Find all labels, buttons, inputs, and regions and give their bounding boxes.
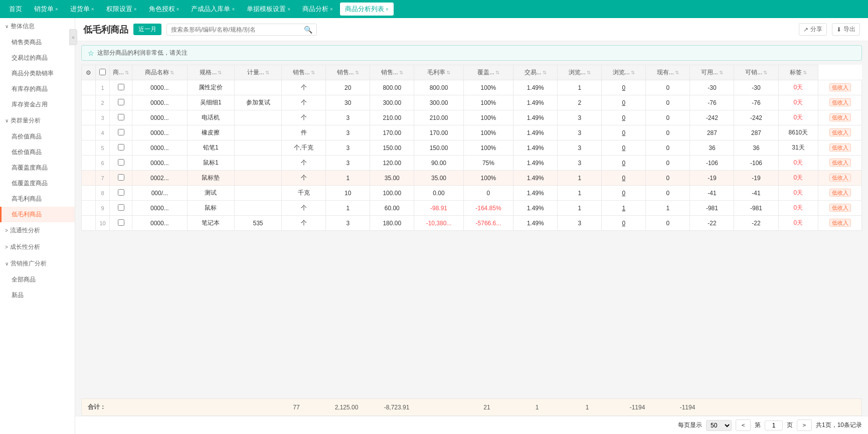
row-browse1[interactable]: 0 [602,125,646,140]
trade-col-header[interactable]: 交易...⇅ [513,65,558,80]
nav-item-首页[interactable]: 首页 [4,3,27,16]
browse1-link[interactable]: 0 [622,190,625,197]
row-checkbox[interactable] [110,156,132,171]
sidebar-item-商品分类助销率[interactable]: 商品分类助销率 [0,66,75,81]
row-settings[interactable] [82,95,96,110]
sidebar-item-库存资金占用[interactable]: 库存资金占用 [0,97,75,112]
browse1-link[interactable]: 0 [622,129,625,136]
per-page-select[interactable]: 50 20 100 [706,420,732,431]
row-browse1[interactable]: 0 [602,80,646,95]
row-settings[interactable] [82,80,96,95]
row-checkbox[interactable] [110,171,132,186]
sidebar-group-类群量分析[interactable]: ∨类群量分析 [0,112,75,129]
nav-item-商品分析列表[interactable]: 商品分析列表× [340,3,394,16]
browse1-link[interactable]: 0 [622,220,625,227]
next-page-button[interactable]: ＞ [797,419,812,431]
row-browse1[interactable]: 0 [602,140,646,156]
search-input[interactable] [171,26,304,33]
row-browse1[interactable]: 0 [602,216,646,231]
unit-col-header[interactable]: 计量...⇅ [234,65,281,80]
browse1-link[interactable]: 1 [622,205,625,212]
row-checkbox[interactable] [110,110,132,125]
sidebar-item-低价值商品[interactable]: 低价值商品 [0,144,75,160]
browse1-link[interactable]: 0 [622,160,625,167]
row-settings[interactable] [82,201,96,216]
browse1-col-header[interactable]: 浏览...⇅ [558,65,602,80]
sidebar-item-有库存的商品[interactable]: 有库存的商品 [0,81,75,97]
row-checkbox[interactable] [110,140,132,156]
sidebar-group-营销推广分析[interactable]: ∨营销推广分析 [0,255,75,272]
row-browse1[interactable]: 0 [602,186,646,201]
sale-price-col-header[interactable]: 销售...⇅ [326,65,370,80]
sidebar-item-新品[interactable]: 新品 [0,287,75,303]
nav-item-权限设置[interactable]: 权限设置× [101,3,142,16]
available-stock-col-header[interactable]: 可用...⇅ [690,65,734,80]
row-settings[interactable] [82,156,96,171]
row-settings[interactable] [82,216,96,231]
row-browse1[interactable]: 0 [602,156,646,171]
browse1-link[interactable]: 0 [622,175,625,182]
nav-item-角色授权[interactable]: 角色授权× [144,3,185,16]
prev-page-button[interactable]: ＜ [736,419,751,431]
sidebar-group-整体信息[interactable]: ∨整体信息 [0,18,75,35]
nav-close-icon[interactable]: × [91,7,94,12]
sidebar-collapse-button[interactable]: « [69,29,77,45]
row-checkbox[interactable] [110,216,132,231]
row-settings[interactable] [82,171,96,186]
row-browse1[interactable]: 0 [602,95,646,110]
nav-item-销货单[interactable]: 销货单× [29,3,63,16]
sidebar-group-成长性分析[interactable]: >成长性分析 [0,239,75,255]
row-browse1[interactable]: 0 [602,110,646,125]
nav-close-icon[interactable]: × [232,7,235,12]
spec-col-header[interactable]: 规格...⇅ [187,65,234,80]
nav-close-icon[interactable]: × [177,7,180,12]
current-stock-col-header[interactable]: 现有...⇅ [646,65,690,80]
row-settings[interactable] [82,110,96,125]
row-checkbox[interactable] [110,125,132,140]
sale-qty-col-header[interactable]: 销售...⇅ [282,65,326,80]
nav-close-icon[interactable]: × [287,7,290,12]
checkbox-col-header[interactable] [96,65,110,80]
table-container[interactable]: ⚙ 商...⇅ 商品名称⇅ 规格...⇅ 计量...⇅ 销售...⇅ 销售...… [81,65,862,398]
tag-col-header[interactable]: 标签⇅ [778,65,818,80]
browse2-col-header[interactable]: 浏览...⇅ [602,65,646,80]
page-number-input[interactable] [765,420,783,430]
nav-close-icon[interactable]: × [55,7,58,12]
saleable-days-col-header[interactable]: 可销...⇅ [734,65,778,80]
nav-close-icon[interactable]: × [330,7,333,12]
sidebar-item-高毛利商品[interactable]: 高毛利商品 [0,191,75,207]
export-button[interactable]: ⬇ 导出 [832,23,860,36]
sidebar-item-交易过的商品[interactable]: 交易过的商品 [0,50,75,66]
browse1-link[interactable]: 0 [622,84,625,91]
nav-close-icon[interactable]: × [386,7,389,12]
sidebar-item-低覆盖度商品[interactable]: 低覆盖度商品 [0,176,75,191]
sidebar-group-流通性分析[interactable]: >流通性分析 [0,222,75,239]
row-checkbox[interactable] [110,95,132,110]
nav-item-产成品入库单[interactable]: 产成品入库单× [186,3,240,16]
row-settings[interactable] [82,140,96,156]
nav-item-商品分析[interactable]: 商品分析× [297,3,338,16]
select-all-checkbox[interactable] [99,69,106,75]
nav-item-进货单[interactable]: 进货单× [65,3,99,16]
date-filter-button[interactable]: 近一月 [133,24,161,35]
row-browse1[interactable]: 0 [602,171,646,186]
sale-amount-col-header[interactable]: 销售...⇅ [370,65,414,80]
code-col-header[interactable]: 商...⇅ [110,65,132,80]
settings-col-header[interactable]: ⚙ [82,65,96,80]
coverage-col-header[interactable]: 覆盖...⇅ [463,65,513,80]
row-browse1[interactable]: 1 [602,201,646,216]
gross-margin-col-header[interactable]: 毛利率⇅ [414,65,463,80]
row-checkbox[interactable] [110,186,132,201]
browse1-link[interactable]: 0 [622,114,625,121]
name-col-header[interactable]: 商品名称⇅ [132,65,188,80]
sidebar-item-全部商品[interactable]: 全部商品 [0,272,75,287]
nav-item-单据模板设置[interactable]: 单据模板设置× [242,3,295,16]
browse1-link[interactable]: 0 [622,144,625,152]
row-settings[interactable] [82,125,96,140]
share-button[interactable]: ↗ 分享 [799,23,827,36]
sidebar-item-高价值商品[interactable]: 高价值商品 [0,129,75,144]
sidebar-item-销售类商品[interactable]: 销售类商品 [0,35,75,50]
sidebar-item-高覆盖度商品[interactable]: 高覆盖度商品 [0,160,75,176]
nav-close-icon[interactable]: × [134,7,137,12]
sidebar-item-低毛利商品[interactable]: 低毛利商品 [0,207,75,222]
